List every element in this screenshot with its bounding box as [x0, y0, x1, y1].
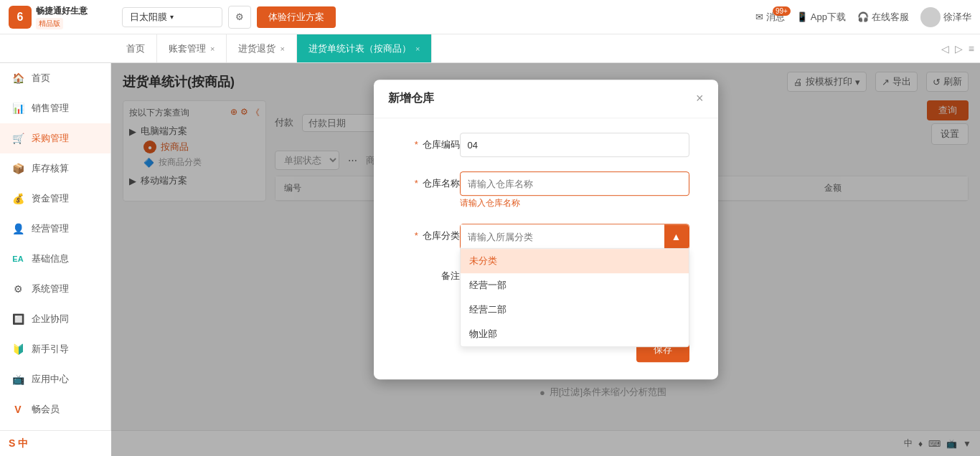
category-input[interactable]	[461, 224, 664, 249]
logo-badge: 精品版	[36, 18, 63, 29]
logo-text: 畅捷通好生意 精品版	[36, 5, 88, 29]
messages-nav[interactable]: ✉ 消息 99+	[755, 11, 785, 24]
code-input-wrap	[460, 133, 689, 157]
tab-home[interactable]: 首页	[115, 34, 157, 62]
headset-icon: 🎧	[857, 11, 869, 22]
nav-right: ✉ 消息 99+ 📱 App下载 🎧 在线客服 徐泽华	[755, 7, 971, 27]
tab-close-icon[interactable]: ×	[210, 44, 215, 53]
sales-icon: 📊	[11, 102, 24, 115]
tab-account[interactable]: 账套管理 ×	[157, 34, 227, 62]
name-error-msg: 请输入仓库名称	[460, 197, 689, 209]
system-icon: ⚙	[11, 282, 24, 295]
name-label: * 仓库名称	[402, 171, 460, 190]
vip-icon: V	[11, 403, 24, 416]
tab-menu-icon[interactable]: ≡	[969, 43, 974, 54]
app-icon: 📺	[11, 373, 24, 386]
message-badge: 99+	[773, 6, 791, 16]
store-name: 日太阳膜	[130, 11, 167, 24]
top-navbar: 6 畅捷通好生意 精品版 日太阳膜 ▾ ⚙ 体验行业方案 ✉ 消息 99+ 📱 …	[0, 0, 980, 34]
content-area: 进货单统计(按商品) 🖨 按模板打印 ▾ ↗ 导出 ↺ 刷新	[111, 63, 980, 456]
sidebar-item-app[interactable]: 📺 应用中心	[0, 364, 110, 394]
inventory-icon: 📦	[11, 162, 24, 175]
sidebar-item-basic[interactable]: EA 基础信息	[0, 244, 110, 274]
sidebar-item-finance[interactable]: 💰 资金管理	[0, 184, 110, 214]
category-label: * 仓库分类	[402, 224, 460, 242]
guide-icon: 🔰	[11, 343, 24, 356]
dropdown-option-1[interactable]: 经营一部	[461, 273, 689, 298]
logo-area: 6 畅捷通好生意 精品版	[9, 5, 116, 29]
tab-close-icon[interactable]: ×	[280, 44, 284, 53]
chevron-down-icon: ▾	[170, 13, 174, 21]
sidebar-item-inventory[interactable]: 📦 库存核算	[0, 153, 110, 184]
logo-icon: 6	[9, 6, 32, 29]
name-input-wrap: 请输入仓库名称	[460, 171, 689, 209]
sidebar-item-vip[interactable]: V 畅会员	[0, 394, 110, 424]
sidebar-item-guide[interactable]: 🔰 新手引导	[0, 334, 110, 364]
collab-icon: 🔲	[11, 313, 24, 326]
sidebar-item-system[interactable]: ⚙ 系统管理	[0, 274, 110, 304]
tab-purchase-stats[interactable]: 进货单统计表（按商品） ×	[297, 34, 432, 62]
tab-next-icon[interactable]: ▷	[955, 43, 963, 54]
category-dropdown-menu: 未分类 经营一部 经营二部 物业部	[460, 248, 689, 347]
settings-icon[interactable]: ⚙	[228, 6, 251, 29]
add-warehouse-modal: 新增仓库 × * 仓库编码 *	[374, 80, 718, 379]
tab-bar: 首页 账套管理 × 进货退货 × 进货单统计表（按商品） × ◁ ▷ ≡	[0, 34, 980, 63]
basic-info-icon: EA	[11, 252, 24, 265]
tab-purchase-return[interactable]: 进货退货 ×	[227, 34, 296, 62]
home-icon: 🏠	[11, 72, 24, 85]
store-selector[interactable]: 日太阳膜 ▾	[122, 7, 222, 27]
phone-icon: 📱	[796, 11, 808, 22]
user-nav[interactable]: 徐泽华	[920, 7, 971, 27]
tab-close-icon[interactable]: ×	[415, 44, 420, 53]
app-download-nav[interactable]: 📱 App下载	[796, 11, 846, 24]
app-download-label: App下载	[811, 11, 846, 24]
dropdown-arrow-icon[interactable]: ▲	[664, 224, 689, 249]
sidebar-item-purchase[interactable]: 🛒 采购管理	[0, 123, 110, 153]
category-input-wrap: ▲ 未分类 经营一部 经营二部 物业部	[460, 224, 689, 250]
sidebar-item-operation[interactable]: 👤 经营管理	[0, 214, 110, 244]
dropdown-option-3[interactable]: 物业部	[461, 322, 689, 346]
name-form-row: * 仓库名称 请输入仓库名称	[402, 171, 689, 209]
online-service-nav[interactable]: 🎧 在线客服	[857, 11, 909, 24]
tab-prev-icon[interactable]: ◁	[941, 43, 949, 54]
sidebar-item-sales[interactable]: 📊 销售管理	[0, 93, 110, 123]
online-service-label: 在线客服	[872, 11, 909, 24]
status-logo: S 中	[9, 437, 28, 450]
finance-icon: 💰	[11, 192, 24, 205]
username-label: 徐泽华	[943, 11, 971, 24]
purchase-icon: 🛒	[11, 132, 24, 145]
category-form-row: * 仓库分类 ▲ 未分类 经营一部 经营二部 物业部	[402, 224, 689, 250]
sidebar: 🏠 首页 📊 销售管理 🛒 采购管理 📦 库存核算 💰 资金管理 👤 经营管理 …	[0, 63, 111, 456]
warehouse-code-input[interactable]	[460, 133, 689, 157]
modal-title: 新增仓库	[388, 91, 434, 106]
trial-button[interactable]: 体验行业方案	[257, 6, 336, 28]
modal-close-button[interactable]: ×	[696, 91, 704, 106]
dropdown-option-0[interactable]: 未分类	[461, 249, 689, 273]
sidebar-item-home[interactable]: 🏠 首页	[0, 63, 110, 93]
code-label: * 仓库编码	[402, 133, 460, 151]
dropdown-option-2[interactable]: 经营二部	[461, 298, 689, 322]
note-label: 备注	[402, 264, 460, 282]
warehouse-name-input[interactable]	[460, 171, 689, 196]
operation-icon: 👤	[11, 222, 24, 235]
message-icon: ✉	[755, 11, 763, 22]
main-layout: 🏠 首页 📊 销售管理 🛒 采购管理 📦 库存核算 💰 资金管理 👤 经营管理 …	[0, 63, 980, 456]
modal-header: 新增仓库 ×	[374, 80, 718, 118]
code-form-row: * 仓库编码	[402, 133, 689, 157]
modal-body: * 仓库编码 * 仓库名称 请输入仓库名称	[374, 118, 718, 338]
avatar	[920, 7, 941, 27]
category-dropdown[interactable]: ▲	[460, 224, 689, 250]
sidebar-item-collab[interactable]: 🔲 企业协同	[0, 304, 110, 334]
